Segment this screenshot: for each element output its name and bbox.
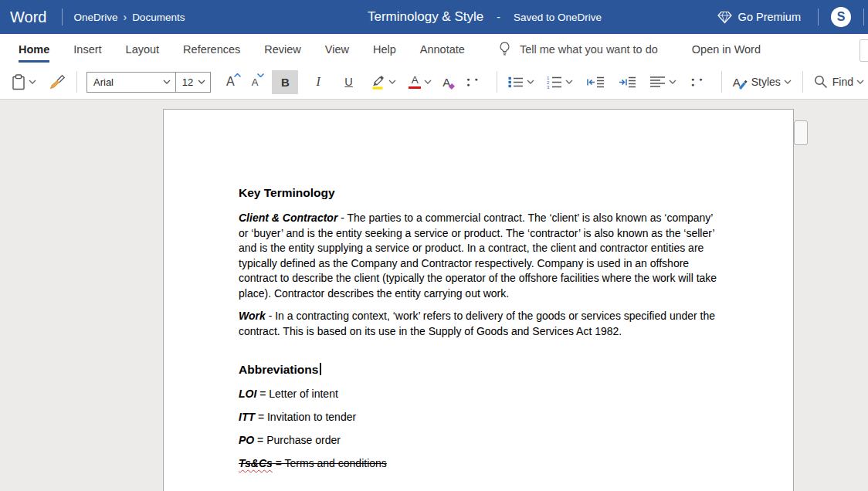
format-painter-icon [49,74,66,90]
numbered-list-icon: 1 2 3 [547,75,562,89]
styles-label: Styles [751,76,781,88]
align-button[interactable] [646,69,680,94]
increase-indent-button[interactable] [615,69,640,94]
home-toolbar: Arial 12 A A B I U A [0,65,868,100]
highlighter-icon [371,74,385,90]
term-po: PO [239,434,254,446]
grow-font-button[interactable]: A [226,75,235,89]
heading-abbreviations: Abbreviations [239,362,725,377]
skype-letter: S [837,10,846,24]
numbering-button[interactable]: 1 2 3 [543,69,577,94]
tab-annotate[interactable]: Annotate [420,34,465,65]
chevron-down-icon [784,80,792,84]
chevron-down-icon [856,80,864,84]
heading-key-terminology: Key Terminology [239,185,725,200]
titlebar-divider [818,8,819,25]
clipboard-icon [12,74,25,90]
skype-icon[interactable]: S [831,7,851,27]
font-color-button[interactable]: A [405,69,436,94]
bulleted-list-icon [508,76,524,89]
save-status[interactable]: Saved to OneDrive [514,12,602,23]
chevron-down-icon [565,80,573,84]
font-overflow-button[interactable]: ● ● ● [462,76,490,87]
clear-formatting-button[interactable]: A [439,69,454,94]
paste-button[interactable] [8,69,40,94]
premium-diamond-icon [717,11,732,24]
paragraph-work: Work - In a contracting context, ‘work’ … [239,309,725,339]
abbreviation-loi: LOI = Letter of intent [239,387,725,402]
bold-letter: B [281,76,290,89]
titlebar: Word OneDrive › Documents Terminology & … [0,0,868,34]
abbreviation-text: = Terms and conditions [273,457,387,469]
breadcrumb-folder[interactable]: Documents [132,12,185,23]
tab-layout[interactable]: Layout [126,34,160,65]
tab-help[interactable]: Help [373,34,396,65]
tab-home[interactable]: Home [19,34,49,65]
abbreviation-text: = Invitation to tender [255,411,356,423]
word-app-logo[interactable]: Word [0,8,62,26]
tab-references[interactable]: References [183,34,240,65]
go-premium-button[interactable]: Go Premium [717,11,801,24]
titlebar-divider [62,8,63,25]
styles-button[interactable]: A Styles [729,69,795,94]
format-painter-button[interactable] [45,69,70,94]
font-color-icon: A [409,75,421,90]
caret-up-icon [234,73,241,77]
font-color-bar [409,86,421,90]
breadcrumb-root[interactable]: OneDrive [73,12,117,23]
clear-formatting-icon: A [442,76,450,89]
chevron-down-icon [29,80,36,84]
tell-me-label: Tell me what you want to do [520,43,658,56]
breadcrumb-separator: › [123,11,127,23]
titlebar-right-group: Go Premium S [717,0,868,34]
document-content[interactable]: Key Terminology Client & Contractor - Th… [164,110,793,472]
document-page[interactable]: Key Terminology Client & Contractor - Th… [163,109,794,491]
caret-down-icon [257,73,264,77]
abbreviation-text: = Letter of intent [256,388,337,400]
toolbar-divider [721,71,722,93]
paragraph-overflow-button[interactable]: ● ● ● [687,76,714,87]
chevron-down-icon [669,80,676,84]
toolbar-divider [497,71,497,93]
collapsed-panel-stub[interactable] [860,39,868,62]
font-name-select[interactable]: Arial [86,72,176,93]
tab-insert[interactable]: Insert [73,34,101,65]
toolbar-divider [76,71,77,93]
decrease-indent-button[interactable] [583,69,609,94]
font-size-value: 12 [182,76,193,88]
italic-button[interactable]: I [306,69,330,94]
comment-anchor-stub[interactable] [794,120,808,145]
bullets-button[interactable] [504,69,538,94]
document-canvas[interactable]: Key Terminology Client & Contractor - Th… [0,100,868,491]
decrease-indent-icon [587,76,605,89]
font-size-select[interactable]: 12 [175,72,211,93]
magnifier-icon [814,75,828,89]
highlight-button[interactable] [367,69,400,94]
document-title[interactable]: Terminology & Style [368,9,483,25]
chevron-down-icon [527,80,534,84]
term-tscs: Ts&Cs [239,457,273,469]
term-loi: LOI [239,388,256,400]
abbreviation-text: = Purchase order [254,434,341,446]
tab-review[interactable]: Review [264,34,301,65]
ribbon-tabs-row: Home Insert Layout References Review Vie… [0,34,868,65]
document-title-group: Terminology & Style - Saved to OneDrive [368,0,602,34]
bold-button[interactable]: B [272,70,298,94]
term-work: Work [239,310,266,322]
ribbon-tabs: Home Insert Layout References Review Vie… [0,34,465,65]
open-in-word-button[interactable]: Open in Word [692,43,761,56]
term-itt: ITT [239,411,255,423]
breadcrumb: OneDrive › Documents [73,11,185,23]
shrink-font-button[interactable]: A [252,75,259,89]
font-color-letter: A [412,75,419,86]
svg-text:3: 3 [547,85,550,89]
chevron-down-icon [388,80,396,84]
tell-me-button[interactable]: Tell me what you want to do [499,42,658,57]
find-button[interactable]: Find [810,69,868,94]
go-premium-label: Go Premium [738,11,801,23]
underline-button[interactable]: U [337,69,361,94]
tab-view[interactable]: View [325,34,349,65]
find-label: Find [832,76,853,88]
text-cursor [320,363,321,375]
chevron-down-icon [163,80,171,84]
